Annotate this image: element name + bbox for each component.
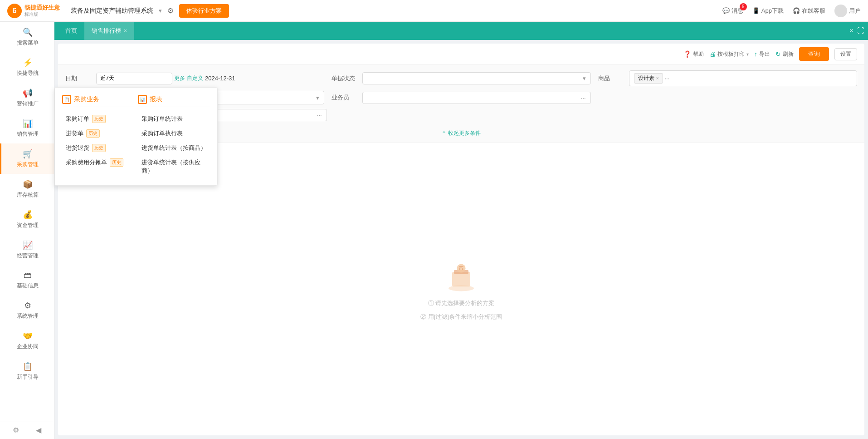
sidebar-item-search[interactable]: 🔍 搜索菜单 <box>0 22 54 52</box>
message-btn[interactable]: 💬 消息 9 <box>722 7 743 15</box>
date-more[interactable]: 更多 <box>174 74 185 82</box>
menu-item-order-exec[interactable]: 采购订单执行表 <box>138 126 210 141</box>
svg-rect-1 <box>452 272 470 286</box>
content-area: 首页 销售排行榜 × × ⛶ ❓ 帮助 🖨 按模板打印 <box>54 22 868 439</box>
date-custom[interactable]: 自定义 <box>187 74 203 82</box>
svg-point-6 <box>459 268 460 270</box>
sidebar-item-cooperation[interactable]: 🤝 企业协同 <box>0 326 54 356</box>
purchase-icon: 🛒 <box>23 149 33 159</box>
rank-dropdown-icon: ▾ <box>316 94 319 101</box>
voucher-status-input[interactable]: ▾ <box>362 72 590 84</box>
report-col-icon: 📊 <box>138 95 147 104</box>
menu-item-purchase-return[interactable]: 进货退货 历史 <box>62 141 134 155</box>
history-tag-2: 历史 <box>86 129 100 138</box>
empty-tip-2: ② 用[过滤]条件来缩小分析范围 <box>420 313 502 321</box>
logo-main: 畅捷通好生意 <box>24 4 60 12</box>
tab-controls: × ⛶ <box>849 27 864 35</box>
sidebar-item-operations[interactable]: 📈 经营管理 <box>0 235 54 265</box>
svg-point-7 <box>462 268 463 270</box>
tab-close-all-icon[interactable]: × <box>849 27 853 35</box>
guide-icon: 📋 <box>23 361 33 371</box>
tab-home[interactable]: 首页 <box>58 22 84 40</box>
sidebar-item-inventory[interactable]: 📦 库存核算 <box>0 174 54 204</box>
salesperson-more-dots[interactable]: ··· <box>581 94 586 101</box>
search-icon: 🔍 <box>23 27 33 37</box>
date-label: 日期 <box>65 74 93 83</box>
sidebar-item-finance[interactable]: 💰 资金管理 <box>0 204 54 235</box>
filter-row-1: 日期 更多 自定义 2024-12-31 单据状态 ▾ <box>65 70 857 86</box>
history-tag-3: 历史 <box>92 144 106 152</box>
empty-state: ① 请先选择要分析的方案 ② 用[过滤]条件来缩小分析范围 <box>58 143 864 435</box>
sidebar-item-basic-info[interactable]: 🗃 基础信息 <box>0 265 54 295</box>
sidebar-item-system[interactable]: ⚙ 系统管理 <box>0 295 54 326</box>
sales-icon: 📊 <box>23 118 33 128</box>
goods-more-dots[interactable]: ··· <box>665 75 670 82</box>
menu-item-receive-by-goods[interactable]: 进货单统计表（按商品） <box>138 141 210 155</box>
user-btn[interactable]: 用户 <box>834 5 861 17</box>
cooperation-icon: 🤝 <box>23 331 33 341</box>
export-btn[interactable]: ↑ 导出 <box>754 50 770 58</box>
empty-tip-1: ① 请先选择要分析的方案 <box>428 299 495 307</box>
finance-icon: 💰 <box>23 210 33 220</box>
menu-item-purchase-expense[interactable]: 采购费用分摊单 历史 <box>62 155 134 170</box>
main-layout: 🔍 搜索菜单 ⚡ 快捷导航 📢 营销推广 📊 销售管理 🛒 采购管理 📦 库存核… <box>0 22 868 439</box>
tab-close-icon[interactable]: × <box>124 28 127 34</box>
purchase-dropdown-menu: 📋 采购业务 采购订单 历史 进货单 历史 进货退货 历史 采购费用分摊单 历史 <box>54 87 218 186</box>
date-range: 更多 自定义 2024-12-31 <box>96 73 235 84</box>
basic-info-icon: 🗃 <box>24 271 32 280</box>
menu-item-order-stats[interactable]: 采购订单统计表 <box>138 112 210 126</box>
app-download-btn[interactable]: 📱 App下载 <box>752 7 784 15</box>
tab-sales-rank[interactable]: 销售排行榜 × <box>84 22 134 40</box>
voucher-status-dropdown-icon: ▾ <box>583 75 586 82</box>
avatar <box>834 5 847 17</box>
salesperson-filter: 业务员 ··· <box>332 92 590 104</box>
sidebar: 🔍 搜索菜单 ⚡ 快捷导航 📢 营销推广 📊 销售管理 🛒 采购管理 📦 库存核… <box>0 22 54 439</box>
collapse-btn[interactable]: ⌃ 收起更多条件 <box>442 129 481 137</box>
help-btn[interactable]: ❓ 帮助 <box>683 50 704 58</box>
header-right: 💬 消息 9 📱 App下载 🎧 在线客服 用户 <box>722 5 861 17</box>
empty-illustration <box>443 257 479 294</box>
menu-item-purchase-receive[interactable]: 进货单 历史 <box>62 126 134 141</box>
header-center: 装备及固定资产辅助管理系统 ▾ ⚙ 体验行业方案 <box>62 4 722 18</box>
sidebar-item-purchase[interactable]: 🛒 采购管理 <box>0 143 54 174</box>
phone-icon: 📱 <box>752 7 760 14</box>
tab-bar: 首页 销售排行榜 × × ⛶ <box>54 22 868 40</box>
logo-sub: 标准版 <box>24 11 60 17</box>
sidebar-item-sales[interactable]: 📊 销售管理 <box>0 113 54 143</box>
export-icon: ↑ <box>754 50 757 58</box>
sidebar-collapse-icon[interactable]: ◀ <box>36 426 41 434</box>
inventory-icon: 📦 <box>23 179 33 189</box>
sidebar-item-marketing[interactable]: 📢 营销推广 <box>0 83 54 113</box>
salesperson-input[interactable]: ··· <box>362 92 590 104</box>
menu-item-purchase-order[interactable]: 采购订单 历史 <box>62 112 134 126</box>
logo-area: 6 畅捷通好生意 标准版 <box>7 4 62 18</box>
sidebar-settings-icon[interactable]: ⚙ <box>13 426 19 434</box>
settings-small-btn[interactable]: 设置 <box>834 48 857 60</box>
date-end-value: 2024-12-31 <box>205 75 235 82</box>
date-input[interactable] <box>96 73 172 84</box>
menu-item-receive-by-supplier[interactable]: 进货单统计表（按供应商） <box>138 155 210 178</box>
svg-rect-5 <box>459 267 462 268</box>
template-print-btn[interactable]: 🖨 按模板打印 ▾ <box>709 50 749 58</box>
online-service-btn[interactable]: 🎧 在线客服 <box>793 7 825 15</box>
tab-maximize-icon[interactable]: ⛶ <box>857 27 864 35</box>
goods-filter: 商品 设计素 × ··· <box>598 70 857 86</box>
system-dropdown-arrow[interactable]: ▾ <box>159 7 162 14</box>
date-filter: 日期 更多 自定义 2024-12-31 <box>65 73 324 84</box>
print-dropdown-icon[interactable]: ▾ <box>746 52 749 57</box>
customer-more-dots[interactable]: ··· <box>317 112 322 118</box>
top-header: 6 畅捷通好生意 标准版 装备及固定资产辅助管理系统 ▾ ⚙ 体验行业方案 💬 … <box>0 0 868 22</box>
goods-input[interactable]: 设计素 × ··· <box>629 70 857 86</box>
settings-icon[interactable]: ⚙ <box>167 6 174 15</box>
industry-btn[interactable]: 体验行业方案 <box>179 4 229 18</box>
message-badge: 9 <box>740 3 747 10</box>
system-title: 装备及固定资产辅助管理系统 <box>71 7 153 15</box>
sidebar-item-guide[interactable]: 📋 新手引导 <box>0 356 54 386</box>
marketing-icon: 📢 <box>23 88 33 98</box>
refresh-btn[interactable]: ↻ 刷新 <box>775 50 794 58</box>
goods-tag-close[interactable]: × <box>656 76 659 81</box>
help-icon: ❓ <box>683 50 691 58</box>
query-btn[interactable]: 查询 <box>799 47 829 61</box>
sidebar-item-quicknav[interactable]: ⚡ 快捷导航 <box>0 52 54 83</box>
history-tag-4: 历史 <box>110 158 123 167</box>
